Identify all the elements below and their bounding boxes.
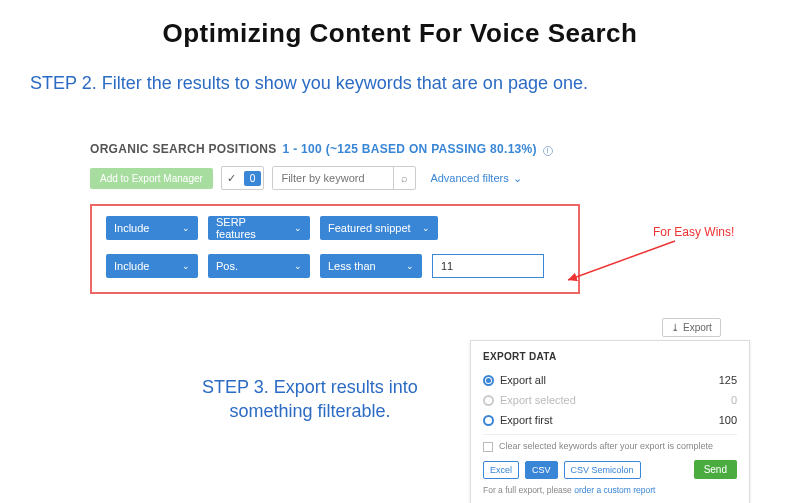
- format-csv-button[interactable]: CSV: [525, 461, 558, 479]
- filter1-value-label: Featured snippet: [328, 222, 411, 234]
- format-excel-button[interactable]: Excel: [483, 461, 519, 479]
- export-footer-text: For a full export, please: [483, 485, 574, 495]
- chevron-down-icon: ⌄: [513, 172, 522, 185]
- filter2-field-dropdown[interactable]: Pos.⌄: [208, 254, 310, 278]
- keyword-filter-input[interactable]: [273, 167, 393, 189]
- annotation-easy-wins: For Easy Wins!: [653, 225, 734, 239]
- toolbar: Add to Export Manager ✓ 0 ⌕ Advanced fil…: [90, 166, 710, 190]
- page-title: Optimizing Content For Voice Search: [0, 0, 800, 49]
- clear-after-export-label: Clear selected keywords after your expor…: [499, 441, 713, 452]
- custom-report-link[interactable]: order a custom report: [574, 485, 655, 495]
- step3-text: STEP 3. Export results into something fi…: [140, 375, 480, 424]
- selection-count-badge: 0: [244, 171, 262, 186]
- panel-heading: ORGANIC SEARCH POSITIONS 1 - 100 (~125 B…: [90, 142, 710, 156]
- download-icon: ⤓: [671, 322, 679, 333]
- export-option-selected-label: Export selected: [500, 394, 576, 406]
- filter2-condition-dropdown[interactable]: Include⌄: [106, 254, 198, 278]
- filter-highlight-box: Include⌄ SERP features⌄ Featured snippet…: [90, 204, 580, 294]
- export-option-all-count: 125: [719, 374, 737, 386]
- export-button-wrap: ⤓ Export: [662, 318, 721, 337]
- keyword-filter: ⌕: [272, 166, 416, 190]
- panel-heading-label: ORGANIC SEARCH POSITIONS: [90, 142, 277, 156]
- step2-text: STEP 2. Filter the results to show you k…: [0, 49, 800, 104]
- filter1-value-dropdown[interactable]: Featured snippet⌄: [320, 216, 438, 240]
- filter1-condition-dropdown[interactable]: Include⌄: [106, 216, 198, 240]
- step3-line2: something filterable.: [229, 401, 390, 421]
- results-range: 1 - 100 (~125 BASED ON PASSING 80.13%): [283, 142, 537, 156]
- radio-icon: [483, 415, 494, 426]
- radio-icon: [483, 375, 494, 386]
- selection-toggle[interactable]: ✓ 0: [221, 166, 265, 190]
- chevron-down-icon: ⌄: [294, 223, 302, 233]
- advanced-filters-label: Advanced filters: [430, 172, 508, 184]
- export-button[interactable]: ⤓ Export: [662, 318, 721, 337]
- export-option-first-count: 100: [719, 414, 737, 426]
- filter1-condition-label: Include: [114, 222, 149, 234]
- chevron-down-icon: ⌄: [294, 261, 302, 271]
- chevron-down-icon: ⌄: [422, 223, 430, 233]
- add-export-manager-button[interactable]: Add to Export Manager: [90, 168, 213, 189]
- filter2-condition-label: Include: [114, 260, 149, 272]
- filter1-field-label: SERP features: [216, 216, 286, 240]
- chevron-down-icon: ⌄: [406, 261, 414, 271]
- radio-icon: [483, 395, 494, 406]
- tool-panel: ORGANIC SEARCH POSITIONS 1 - 100 (~125 B…: [90, 142, 710, 294]
- info-icon[interactable]: i: [543, 146, 553, 156]
- chevron-down-icon: ⌄: [182, 261, 190, 271]
- export-footer: For a full export, please order a custom…: [483, 485, 737, 495]
- export-data-panel: EXPORT DATA Export all 125 Export select…: [470, 340, 750, 503]
- checkbox-icon: [483, 442, 493, 452]
- advanced-filters-link[interactable]: Advanced filters ⌄: [430, 172, 521, 185]
- search-icon[interactable]: ⌕: [393, 167, 415, 189]
- filter2-operator-dropdown[interactable]: Less than⌄: [320, 254, 422, 278]
- filter2-field-label: Pos.: [216, 260, 238, 272]
- export-option-all[interactable]: Export all 125: [483, 370, 737, 390]
- filter-row-2: Include⌄ Pos.⌄ Less than⌄: [106, 254, 564, 278]
- format-csv-semicolon-button[interactable]: CSV Semicolon: [564, 461, 641, 479]
- chevron-down-icon: ⌄: [182, 223, 190, 233]
- check-icon: ✓: [222, 172, 242, 185]
- export-panel-title: EXPORT DATA: [483, 351, 737, 362]
- export-option-selected-count: 0: [731, 394, 737, 406]
- export-button-label: Export: [683, 322, 712, 333]
- export-option-first[interactable]: Export first 100: [483, 410, 737, 430]
- send-button[interactable]: Send: [694, 460, 737, 479]
- filter2-operator-label: Less than: [328, 260, 376, 272]
- export-option-all-label: Export all: [500, 374, 546, 386]
- clear-after-export[interactable]: Clear selected keywords after your expor…: [483, 434, 737, 452]
- filter1-field-dropdown[interactable]: SERP features⌄: [208, 216, 310, 240]
- step3-line1: STEP 3. Export results into: [202, 377, 418, 397]
- export-option-first-label: Export first: [500, 414, 553, 426]
- filter2-value-input[interactable]: [432, 254, 544, 278]
- filter-row-1: Include⌄ SERP features⌄ Featured snippet…: [106, 216, 564, 240]
- export-option-selected[interactable]: Export selected 0: [483, 390, 737, 410]
- format-row: Excel CSV CSV Semicolon Send: [483, 460, 737, 479]
